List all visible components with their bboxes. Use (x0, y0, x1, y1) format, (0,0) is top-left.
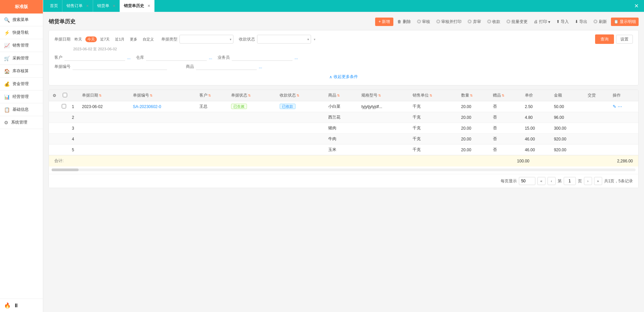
cell-check[interactable] (60, 101, 70, 112)
th-qty[interactable]: 数量⇅ (459, 90, 491, 101)
collect-status-select[interactable] (257, 35, 311, 44)
th-gift[interactable]: 赠品⇅ (491, 90, 523, 101)
customer-dots[interactable]: ... (127, 55, 131, 60)
doc-type-select[interactable] (179, 35, 233, 44)
fire-icon[interactable]: 🔥 (4, 302, 11, 309)
next-page-button[interactable]: › (584, 177, 592, 185)
goods-dots[interactable]: ... (259, 64, 262, 69)
list-icon: 📋 (4, 107, 10, 112)
set-button[interactable]: 设置 (616, 35, 633, 44)
import-button[interactable]: ⬆ 导入 (554, 18, 571, 26)
th-collect-status[interactable]: 收款状态⇅ (278, 90, 326, 101)
cell-row-num: 5 (70, 145, 80, 155)
cell-doc-num[interactable] (131, 134, 197, 145)
lightning-icon: ⚡ (4, 30, 10, 35)
review-button[interactable]: ◎ 审核 (415, 18, 432, 26)
cell-doc-num[interactable]: SA-20230602-0 (131, 101, 197, 112)
sidebar-item-operations[interactable]: 📊 经营管理 (0, 90, 43, 103)
review-print-button[interactable]: ◎ 审核并打印 (434, 18, 464, 26)
date-badge-yesterday[interactable]: 昨天 (73, 36, 84, 42)
close-sales-order-tab[interactable]: ✕ (86, 4, 89, 8)
th-doc-date[interactable]: 单据日期⇅ (80, 90, 131, 101)
cell-action[interactable]: ✎⋯ (611, 101, 638, 112)
cell-doc-num[interactable] (131, 123, 197, 134)
select-all-checkbox[interactable] (63, 93, 67, 97)
first-page-button[interactable]: « (537, 177, 545, 185)
th-spec[interactable]: 规格型号⇅ (359, 90, 411, 101)
status-badge: 已生效 (231, 104, 247, 109)
salesperson-dots[interactable]: ... (295, 55, 298, 60)
doc-num-link[interactable]: SA-20230602-0 (133, 104, 161, 109)
print-button[interactable]: 🖨 打印 ▾ (532, 18, 552, 26)
last-page-button[interactable]: » (594, 177, 602, 185)
cell-doc-num[interactable] (131, 145, 197, 155)
salesperson-input[interactable] (232, 54, 292, 61)
export-button[interactable]: ⬇ 导出 (573, 18, 589, 26)
customer-input[interactable] (64, 54, 125, 61)
close-sales-goods-tab[interactable]: ✕ (113, 4, 115, 8)
close-all-tabs[interactable]: ✕ (632, 3, 641, 9)
th-customer[interactable]: 客户⇅ (197, 90, 229, 101)
more-icon[interactable]: ⋯ (618, 104, 622, 109)
warehouse-input[interactable] (146, 54, 207, 61)
cell-unit: 千克 (411, 145, 459, 155)
cell-check[interactable] (60, 112, 70, 123)
cell-transaction (586, 123, 611, 134)
tab-sales-goods[interactable]: 销货单 ✕ (93, 0, 120, 12)
th-goods[interactable]: 商品⇅ (326, 90, 360, 101)
cell-doc-num[interactable] (131, 112, 197, 123)
th-gear[interactable]: ⚙ (49, 90, 60, 101)
cell-check[interactable] (60, 123, 70, 134)
sidebar-item-finance[interactable]: 💰 资金管理 (0, 78, 43, 90)
cell-action[interactable] (611, 145, 638, 155)
cell-action[interactable] (611, 112, 638, 123)
cell-check[interactable] (60, 134, 70, 145)
batch-change-button[interactable]: ◎ 批量变更 (504, 18, 530, 26)
sidebar-item-basic-info[interactable]: 📋 基础信息 (0, 103, 43, 116)
tab-home[interactable]: 首页 (46, 0, 62, 12)
edit-icon[interactable]: ✎ (613, 104, 616, 109)
sidebar-item-inventory[interactable]: 🏠 库存核算 (0, 65, 43, 78)
date-badge-today[interactable]: 今天 (85, 36, 97, 42)
th-doc-status[interactable]: 单据状态⇅ (229, 90, 278, 101)
date-badge-more[interactable]: 更多 (128, 36, 139, 42)
table-row: 12023-06-02SA-20230602-0王总已生效已收款小白菜tyjyt… (49, 101, 638, 112)
close-sales-history-tab[interactable]: ✕ (147, 4, 150, 8)
delete-button[interactable]: 🗑 删除 (395, 18, 413, 26)
page-number-input[interactable] (564, 177, 576, 185)
abandon-button[interactable]: ◎ 弃审 (466, 18, 483, 26)
bar-chart-icon: 📊 (4, 94, 10, 100)
date-badge-1month[interactable]: 近1月 (113, 36, 127, 42)
doc-num-input[interactable] (73, 63, 167, 70)
cell-check[interactable] (60, 145, 70, 155)
sidebar-item-system[interactable]: ⚙ 系统管理 (0, 116, 43, 129)
th-check[interactable] (60, 90, 70, 101)
cell-action[interactable] (611, 123, 638, 134)
date-badge-7days[interactable]: 近7天 (98, 36, 112, 42)
row-checkbox[interactable] (62, 104, 66, 108)
cell-action[interactable] (611, 134, 638, 145)
collect-button[interactable]: ◎ 收款 (485, 18, 502, 26)
pause-icon[interactable]: ⏸ (13, 303, 19, 309)
display-detail-button[interactable]: 📋 显示明细 (611, 18, 639, 26)
th-doc-num[interactable]: 单据编号⇅ (131, 90, 197, 101)
query-button[interactable]: 查询 (595, 34, 614, 44)
sidebar-item-sales[interactable]: 📈 销售管理 (0, 39, 43, 52)
new-button[interactable]: + 新增 (375, 18, 393, 26)
date-badge-custom[interactable]: 自定义 (141, 36, 156, 42)
th-unit[interactable]: 销售单位⇅ (411, 90, 459, 101)
warehouse-dots[interactable]: ... (209, 55, 212, 60)
prev-page-button[interactable]: ‹ (548, 177, 556, 185)
per-page-label: 每页显示 (501, 178, 517, 184)
sidebar-item-quick-nav[interactable]: ⚡ 快捷导航 (0, 26, 43, 39)
refresh-button[interactable]: ◎ 刷新 (591, 18, 609, 26)
per-page-select[interactable]: 10 20 50 100 (519, 177, 535, 185)
filter-collapse[interactable]: ∧ 收起更多条件 (54, 73, 633, 81)
date-range-display: 2023-06-02 至 2023-06-02 (73, 47, 117, 51)
tab-sales-order[interactable]: 销售订单 ✕ (62, 0, 93, 12)
tab-sales-history[interactable]: 销货单历史 ✕ (120, 0, 155, 12)
sidebar-item-purchase[interactable]: 🛒 采购管理 (0, 52, 43, 65)
horizontal-scrollbar[interactable] (49, 166, 638, 174)
sidebar-item-search[interactable]: 🔍 搜索菜单 (0, 14, 43, 26)
goods-input[interactable] (196, 63, 257, 70)
